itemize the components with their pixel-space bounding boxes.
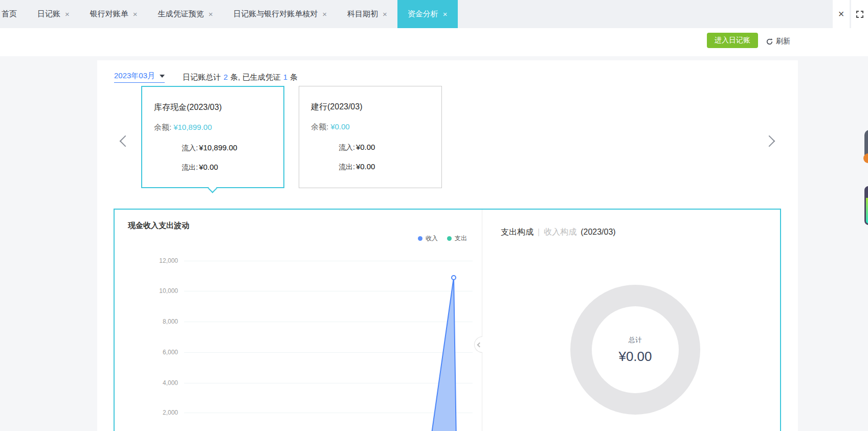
account-inflow: 流入:¥10,899.00 bbox=[182, 143, 237, 153]
carousel-next-icon[interactable] bbox=[764, 135, 775, 147]
close-window-button[interactable]: × bbox=[833, 0, 850, 28]
tab-label: 生成凭证预览 bbox=[158, 9, 204, 19]
peak-marker bbox=[452, 276, 456, 280]
expense-dot-icon bbox=[447, 236, 452, 241]
refresh-label: 刷新 bbox=[776, 37, 790, 46]
inflow-value: ¥10,899.00 bbox=[199, 143, 237, 152]
fund-analysis-panel: 2023年03月 日记账总计2条, 已生成凭证1条 库存现金(2023/03) … bbox=[97, 60, 798, 431]
fullscreen-icon bbox=[856, 11, 863, 18]
app-window: 首页 日记账 × 银行对账单 × 生成凭证预览 × 日记账与银行对账单核对 × … bbox=[0, 0, 868, 431]
month-label: 2023年03月 bbox=[114, 71, 155, 81]
income-composition-tab[interactable]: 收入构成 bbox=[544, 227, 576, 238]
enter-journal-button[interactable]: 进入日记账 bbox=[707, 33, 758, 48]
account-balance: 余额:¥0.00 bbox=[311, 122, 350, 132]
journal-summary: 日记账总计2条, 已生成凭证1条 bbox=[183, 73, 298, 82]
window-buttons: × bbox=[833, 0, 868, 28]
summary-text: 条, 已生成凭证 bbox=[230, 73, 280, 81]
tab-journal-bank-check[interactable]: 日记账与银行对账单核对 × bbox=[223, 0, 337, 28]
account-title: 建行(2023/03) bbox=[311, 102, 363, 112]
tab-close-icon[interactable]: × bbox=[322, 10, 327, 18]
outflow-value: ¥0.00 bbox=[199, 163, 218, 171]
balance-label: 余额: bbox=[311, 122, 328, 131]
tab-close-icon[interactable]: × bbox=[65, 10, 70, 18]
expense-composition-tab[interactable]: 支出构成 bbox=[501, 227, 533, 238]
floating-widget-service[interactable] bbox=[864, 130, 868, 160]
balance-value: ¥0.00 bbox=[330, 122, 350, 131]
donut-center: 总计 ¥0.00 bbox=[592, 306, 679, 393]
outflow-value: ¥0.00 bbox=[356, 162, 375, 171]
outflow-label: 流出: bbox=[182, 163, 198, 171]
balance-label: 余额: bbox=[154, 123, 171, 131]
tab-close-icon[interactable]: × bbox=[383, 10, 387, 18]
composition-period: (2023/03) bbox=[581, 228, 616, 237]
title-separator: | bbox=[538, 228, 540, 237]
legend-item-income[interactable]: 收入 bbox=[418, 234, 438, 243]
composition-title: 支出构成 | 收入构成 (2023/03) bbox=[501, 227, 616, 238]
y-axis-tick: 6,000 bbox=[147, 349, 178, 356]
y-axis-tick: 2,000 bbox=[147, 409, 178, 416]
y-axis-tick: 8,000 bbox=[147, 318, 178, 325]
inflow-label: 流入: bbox=[339, 143, 355, 151]
orange-badge-icon bbox=[863, 153, 868, 163]
legend-label: 收入 bbox=[426, 234, 438, 243]
cash-flow-chart-title: 现金收入支出波动 bbox=[128, 221, 189, 231]
legend-label: 支出 bbox=[455, 234, 467, 243]
account-balance: 余额:¥10,899.00 bbox=[154, 123, 212, 132]
account-outflow: 流出:¥0.00 bbox=[182, 163, 218, 172]
legend-item-expense[interactable]: 支出 bbox=[447, 234, 467, 243]
balance-value: ¥10,899.00 bbox=[173, 123, 212, 131]
tab-fund-analysis[interactable]: 资金分析 × bbox=[397, 0, 458, 28]
floating-widget-gauge[interactable] bbox=[864, 186, 868, 225]
summary-text: 日记账总计 bbox=[183, 73, 221, 81]
tab-bar: 首页 日记账 × 银行对账单 × 生成凭证预览 × 日记账与银行对账单核对 × … bbox=[0, 0, 868, 28]
composition-donut-chart: 总计 ¥0.00 bbox=[570, 285, 700, 415]
tab-subject-opening[interactable]: 科目期初 × bbox=[337, 0, 397, 28]
tab-close-icon[interactable]: × bbox=[133, 10, 138, 18]
close-icon: × bbox=[838, 8, 844, 20]
tab-label: 银行对账单 bbox=[90, 9, 128, 19]
gradient-bar bbox=[866, 198, 868, 223]
tab-label: 科目期初 bbox=[347, 9, 378, 19]
account-card-bank[interactable]: 建行(2023/03) 余额:¥0.00 流入:¥0.00 流出:¥0.00 bbox=[299, 86, 442, 188]
tab-label: 日记账 bbox=[37, 9, 60, 19]
chart-legend: 收入 支出 bbox=[418, 234, 467, 243]
action-bar: 进入日记账 刷新 bbox=[0, 28, 868, 56]
fullscreen-button[interactable] bbox=[851, 0, 868, 28]
donut-total-label: 总计 bbox=[629, 335, 642, 345]
y-axis-tick: 10,000 bbox=[147, 287, 178, 294]
donut-total-value: ¥0.00 bbox=[618, 349, 652, 365]
tab-close-icon[interactable]: × bbox=[209, 10, 213, 18]
account-card-cash[interactable]: 库存现金(2023/03) 余额:¥10,899.00 流入:¥10,899.0… bbox=[141, 86, 284, 188]
account-title: 库存现金(2023/03) bbox=[154, 102, 222, 113]
account-inflow: 流入:¥0.00 bbox=[339, 143, 375, 152]
refresh-icon bbox=[766, 38, 773, 46]
tab-close-icon[interactable]: × bbox=[443, 10, 448, 18]
tab-label: 首页 bbox=[2, 9, 17, 19]
inflow-label: 流入: bbox=[182, 144, 198, 152]
y-axis-tick: 12,000 bbox=[147, 257, 178, 264]
journal-count: 2 bbox=[224, 73, 228, 81]
tab-label: 日记账与银行对账单核对 bbox=[233, 9, 318, 19]
y-axis-tick: 4,000 bbox=[147, 379, 178, 387]
income-dot-icon bbox=[418, 236, 422, 241]
carousel-prev-icon[interactable] bbox=[120, 135, 131, 147]
chevron-left-icon bbox=[477, 342, 482, 347]
outflow-label: 流出: bbox=[339, 163, 355, 171]
tab-home[interactable]: 首页 bbox=[0, 0, 27, 28]
refresh-button[interactable]: 刷新 bbox=[766, 37, 790, 46]
tab-bank-statement[interactable]: 银行对账单 × bbox=[80, 0, 148, 28]
charts-panel: 现金收入支出波动 收入 支出 12,000 10,000 8,000 6,000… bbox=[114, 209, 781, 431]
summary-text: 条 bbox=[290, 73, 298, 81]
voucher-count: 1 bbox=[283, 73, 287, 81]
selected-card-notch bbox=[208, 184, 217, 193]
cash-flow-chart bbox=[180, 251, 477, 431]
inflow-value: ¥0.00 bbox=[356, 143, 375, 151]
tab-voucher-preview[interactable]: 生成凭证预览 × bbox=[148, 0, 224, 28]
tab-journal[interactable]: 日记账 × bbox=[27, 0, 80, 28]
account-outflow: 流出:¥0.00 bbox=[339, 162, 375, 172]
month-selector[interactable]: 2023年03月 bbox=[114, 71, 165, 83]
panel-divider bbox=[482, 210, 482, 431]
tab-label: 资金分析 bbox=[408, 9, 438, 19]
chevron-down-icon bbox=[160, 75, 165, 78]
